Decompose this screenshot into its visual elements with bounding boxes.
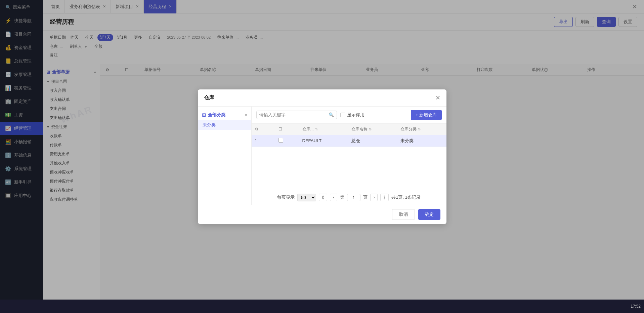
dialog-next-page[interactable]: ›: [370, 194, 378, 201]
dialog-page-end: 页: [363, 194, 368, 200]
dialog-toolbar: 🔍 显示停用 + 新增仓库: [252, 107, 446, 124]
taskbar-time: 17:52: [631, 304, 641, 309]
warehouse-dialog: 仓库 ✕ ⊞ 全部分类 « 未分类 🔍: [198, 89, 446, 224]
dialog-prev-page[interactable]: ‹: [330, 194, 337, 201]
dth-checkbox[interactable]: ☐: [275, 124, 299, 135]
dialog-pagination: 每页显示 5020100 ⟪ ‹ 第 页 › ⟫ 共1页, 1条记录: [252, 190, 446, 205]
show-disabled-checkbox[interactable]: [340, 113, 345, 117]
row-check[interactable]: [278, 138, 283, 143]
dialog-footer: 取消 确定: [198, 205, 446, 224]
dialog-category-uncategorized[interactable]: 未分类: [198, 120, 251, 130]
row-index: 1: [252, 135, 275, 146]
row-checkbox[interactable]: [275, 135, 299, 146]
row-category: 未分类: [397, 135, 446, 147]
dth-code: 仓库... ⇅: [299, 124, 348, 135]
show-disabled-label: 显示停用: [347, 112, 364, 118]
collapse-icon[interactable]: «: [245, 112, 247, 117]
dth-name: 仓库名称 ⇅: [348, 124, 397, 135]
dialog-total: 共1页, 1条记录: [391, 194, 421, 200]
dialog-page-input[interactable]: [347, 194, 360, 201]
taskbar: 17:52: [0, 300, 644, 313]
dialog-close-button[interactable]: ✕: [435, 94, 440, 102]
dialog-title: 仓库: [204, 94, 435, 101]
all-category-label: 全部分类: [208, 112, 225, 118]
confirm-button[interactable]: 确定: [418, 209, 440, 220]
row-code: DEFAULT: [299, 135, 348, 146]
all-icon: ⊞: [202, 112, 206, 118]
add-warehouse-button[interactable]: + 新增仓库: [411, 110, 441, 120]
overlay: 仓库 ✕ ⊞ 全部分类 « 未分类 🔍: [0, 0, 644, 313]
dialog-per-page-select[interactable]: 5020100: [297, 194, 316, 201]
dialog-category-header[interactable]: ⊞ 全部分类 «: [198, 110, 251, 120]
dialog-table-header: ⚙ ☐ 仓库... ⇅ 仓库名称 ⇅ 仓库分类 ⇅: [252, 124, 446, 135]
dialog-table-row[interactable]: 1 DEFAULT 总仓 未分类: [252, 135, 446, 147]
dialog-body: ⊞ 全部分类 « 未分类 🔍 显示停用 + 新增仓库: [198, 107, 446, 205]
search-box: 🔍: [256, 111, 337, 119]
show-disabled-toggle[interactable]: 显示停用: [340, 112, 364, 118]
dialog-right-panel: 🔍 显示停用 + 新增仓库 ⚙ ☐ 仓库... ⇅ 仓库名称 ⇅ 仓库分类 ⇅: [252, 107, 446, 205]
dialog-page-label: 第: [340, 194, 344, 200]
dth-category: 仓库分类 ⇅: [397, 124, 446, 135]
search-input[interactable]: [259, 112, 327, 117]
dialog-table-body: 1 DEFAULT 总仓 未分类: [252, 135, 446, 147]
dialog-categories: 未分类: [198, 120, 251, 130]
search-icon[interactable]: 🔍: [329, 112, 334, 117]
dth-settings[interactable]: ⚙: [252, 124, 275, 135]
dialog-first-page[interactable]: ⟪: [319, 194, 327, 201]
dialog-left-panel: ⊞ 全部分类 « 未分类: [198, 107, 252, 205]
dialog-table: ⚙ ☐ 仓库... ⇅ 仓库名称 ⇅ 仓库分类 ⇅ 1 DEFAULT 总仓 未…: [252, 124, 446, 190]
dialog-last-page[interactable]: ⟫: [380, 194, 389, 201]
dialog-per-page-label: 每页显示: [277, 194, 295, 200]
cancel-button[interactable]: 取消: [392, 209, 415, 220]
dialog-header: 仓库 ✕: [198, 89, 446, 107]
row-name: 总仓: [348, 135, 397, 147]
